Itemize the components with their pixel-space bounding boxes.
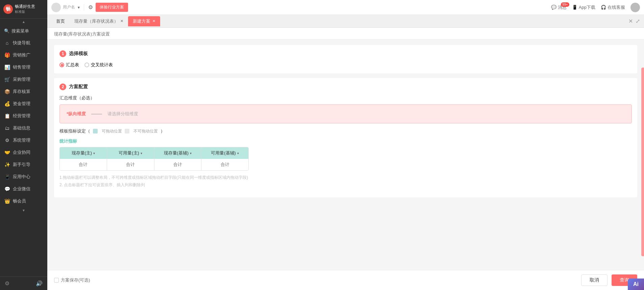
non-draggable-legend-box <box>125 129 129 134</box>
experience-btn[interactable]: 体验行业方案 <box>96 3 128 12</box>
quick-nav-icon: ⌂ <box>4 40 10 46</box>
sidebar-item-wechat[interactable]: 💬 企业微信 <box>0 183 47 195</box>
user-avatar <box>51 3 61 12</box>
draggable-legend-box <box>93 129 98 134</box>
col-available-aux[interactable]: 可用量(基辅) ▾ <box>201 147 248 159</box>
sidebar-bottom: ⚙ 🔊 <box>0 276 47 290</box>
sidebar-item-enterprise[interactable]: 🤝 企业协同 <box>0 146 47 159</box>
summary-dim-label: 汇总维度（必选） <box>59 95 632 101</box>
main-area: 用户名 ▾ ⚙ 体验行业方案 💬 消息 99+ 📱 App下载 🎧 在线客服 <box>47 0 644 290</box>
radio-summary-circle <box>59 63 64 67</box>
logo-text: 畅通好生意 标准版 <box>15 4 35 14</box>
hint-line1: 1.拖动标题栏可以调整布局，不可跨维度或指标区域拖动栏目字段(只能在同一维度或指… <box>59 174 632 182</box>
step1-section: 1 选择模板 汇总表 交叉统计表 <box>54 45 637 73</box>
sidebar-scroll-down[interactable]: ▼ <box>0 207 47 214</box>
step2-section: 2 方案配置 汇总维度（必选） *纵向维度 —— 请选择分组维度 模板指标设定（… <box>54 78 637 197</box>
logo-icon: 畅 <box>3 4 13 14</box>
sidebar-item-purchase[interactable]: 🛒 采购管理 <box>0 73 47 86</box>
ai-button[interactable]: Ai <box>628 279 644 290</box>
page-header: 现存量(库存状况表)方案设置 <box>47 28 644 40</box>
topbar-settings-icon[interactable]: ⚙ <box>88 4 93 10</box>
tabbar: 首页 现存量（库存状况表） ✕ 新建方案 ✕ ✕ ⤢ <box>47 15 644 28</box>
indicator-settings-label: 模板指标设定（ 可拖动位置 不可拖动位置 ） <box>59 128 632 134</box>
basic-icon: 🗂 <box>4 125 10 131</box>
dim-dash: —— <box>91 111 102 117</box>
col0-sub: 合计 <box>60 159 107 170</box>
appcenter-icon: 📱 <box>4 174 10 180</box>
legend-non-draggable: 不可拖动位置 <box>125 128 158 134</box>
sidebar-item-newguide[interactable]: ✨ 新手引导 <box>0 159 47 171</box>
indicator-settings: 模板指标设定（ 可拖动位置 不可拖动位置 ） <box>59 128 632 134</box>
col0-arrow[interactable]: ▾ <box>93 151 95 155</box>
col-current-main[interactable]: 现存量(主) ▾ <box>60 147 107 159</box>
topbar-app-download[interactable]: 📱 App下载 <box>572 4 595 10</box>
tab-home[interactable]: 首页 <box>51 16 70 26</box>
member-icon: 👑 <box>4 198 10 204</box>
cancel-button[interactable]: 取消 <box>581 274 608 286</box>
radio-summary[interactable]: 汇总表 <box>59 62 79 68</box>
vertical-dim-label: *纵向维度 <box>67 111 86 117</box>
sidebar-item-inventory[interactable]: 📦 库存核算 <box>0 86 47 98</box>
radio-crosstab[interactable]: 交叉统计表 <box>84 62 113 68</box>
col1-arrow[interactable]: ▾ <box>141 151 142 155</box>
sidebar-item-basic[interactable]: 🗂 基础信息 <box>0 122 47 134</box>
topbar-customer-service[interactable]: 🎧 在线客服 <box>601 4 625 10</box>
step1-label: 选择模板 <box>69 51 88 57</box>
radio-crosstab-circle <box>84 63 89 67</box>
sidebar-item-marketing[interactable]: 🎁 营销推广 <box>0 49 47 61</box>
sidebar-item-system[interactable]: ⚙ 系统管理 <box>0 134 47 146</box>
topbar-divider <box>84 4 84 11</box>
tab-inventory-status[interactable]: 现存量（库存状况表） ✕ <box>70 16 128 26</box>
col-available-main[interactable]: 可用量(主) ▾ <box>107 147 154 159</box>
topbar-user: 用户名 <box>51 3 75 12</box>
stats-title: 统计指标 <box>59 138 632 144</box>
enterprise-icon: 🤝 <box>4 149 10 155</box>
finance-icon: 💰 <box>4 101 10 107</box>
tab-new-plan-close[interactable]: ✕ <box>152 19 155 23</box>
service-icon: 🎧 <box>601 5 606 10</box>
col2-sub: 合计 <box>154 159 202 170</box>
sidebar-search[interactable]: 🔍 搜索菜单 <box>0 25 47 37</box>
topbar-messages[interactable]: 💬 消息 99+ <box>551 4 567 10</box>
settings-bottom-icon[interactable]: ⚙ <box>5 280 9 287</box>
speaker-bottom-icon[interactable]: 🔊 <box>36 280 43 287</box>
marketing-icon: 🎁 <box>4 52 10 58</box>
wechat-icon: 💬 <box>4 186 10 192</box>
template-radio-group: 汇总表 交叉统计表 <box>59 62 632 68</box>
sidebar-item-member[interactable]: 👑 畅会员 <box>0 195 47 207</box>
search-icon: 🔍 <box>4 28 9 33</box>
inventory-icon: 📦 <box>4 89 10 95</box>
topbar-avatar[interactable] <box>630 3 640 12</box>
step2-badge: 2 <box>59 83 66 90</box>
col3-sub: 合计 <box>201 159 248 170</box>
footer: 方案保存(可选) 取消 查询 <box>47 270 644 290</box>
save-checkbox[interactable] <box>54 278 59 283</box>
tab-expand[interactable]: ⤢ <box>636 18 640 24</box>
tab-close-all[interactable]: ✕ <box>628 18 633 24</box>
topbar-right: 💬 消息 99+ 📱 App下载 🎧 在线客服 <box>551 3 640 12</box>
sidebar-item-finance[interactable]: 💰 资金管理 <box>0 98 47 110</box>
sidebar-item-sales[interactable]: 📊 销售管理 <box>0 61 47 73</box>
sidebar-item-quick-nav[interactable]: ⌂ 快捷导航 <box>0 37 47 49</box>
step1-badge: 1 <box>59 50 66 57</box>
dimension-row[interactable]: *纵向维度 —— 请选择分组维度 <box>59 104 632 123</box>
save-option[interactable]: 方案保存(可选) <box>54 277 90 283</box>
topbar-dropdown-icon[interactable]: ▾ <box>78 5 80 10</box>
legend-draggable: 可拖动位置 <box>93 128 122 134</box>
tab-inventory-close[interactable]: ✕ <box>120 19 123 23</box>
col-current-aux[interactable]: 现存量(基辅) ▾ <box>154 147 202 159</box>
col2-arrow[interactable]: ▾ <box>190 151 192 155</box>
tab-new-plan[interactable]: 新建方案 ✕ <box>128 16 160 26</box>
sidebar-item-operations[interactable]: 📋 经营管理 <box>0 110 47 122</box>
sidebar-item-appcenter[interactable]: 📱 应用中心 <box>0 171 47 183</box>
stats-table: 现存量(主) ▾ 可用量(主) ▾ 现存量(基辅) ▾ 可用量(基辅) <box>59 147 249 171</box>
message-icon: 💬 <box>551 5 556 10</box>
radio-summary-dot <box>61 64 63 66</box>
col3-arrow[interactable]: ▾ <box>237 151 239 155</box>
dim-placeholder: 请选择分组维度 <box>107 111 138 117</box>
sidebar-scroll-up[interactable]: ▲ <box>0 19 47 25</box>
user-name: 用户名 <box>63 4 75 10</box>
system-icon: ⚙ <box>4 137 10 143</box>
step2-label: 方案配置 <box>69 84 88 90</box>
content-area: 1 选择模板 汇总表 交叉统计表 2 方案配置 <box>47 40 644 270</box>
